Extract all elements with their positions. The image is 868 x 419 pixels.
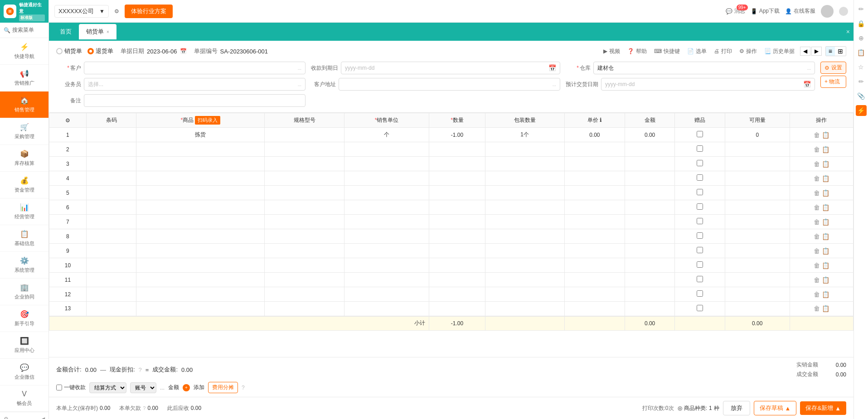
row-delete-btn[interactable]: 🗑: [814, 233, 820, 240]
radio-sales[interactable]: 销货单: [56, 47, 82, 55]
right-panel-star[interactable]: ☆: [856, 62, 867, 72]
sidebar-item-enterprise[interactable]: 🏢 企业协同: [0, 279, 48, 305]
sidebar-item-shortcuts[interactable]: ⚡ 快捷导航: [0, 38, 48, 65]
user-avatar-2[interactable]: [839, 7, 848, 16]
row-copy-btn[interactable]: 📋: [822, 291, 829, 298]
select-order-btn[interactable]: 📄 选单: [685, 47, 708, 56]
addr-dots[interactable]: ...: [553, 82, 556, 87]
row-copy-btn[interactable]: 📋: [822, 262, 829, 269]
row-copy-btn[interactable]: 📋: [822, 175, 829, 182]
row-copy-btn[interactable]: 📋: [822, 233, 829, 240]
operation-btn[interactable]: ⚙ 操作: [737, 47, 759, 56]
row-delete-btn[interactable]: 🗑: [814, 160, 820, 168]
sidebar-item-member[interactable]: V 畅会员: [0, 385, 48, 412]
row-delete-btn[interactable]: 🗑: [814, 204, 820, 211]
col-settings[interactable]: ⚙: [49, 113, 87, 128]
warehouse-input[interactable]: 建材仓 ...: [593, 62, 815, 74]
sidebar-item-marketing[interactable]: 📢 营销推广: [0, 65, 48, 92]
settings-btn[interactable]: ⚙: [112, 6, 121, 16]
row-delete-btn[interactable]: 🗑: [814, 131, 820, 139]
tab-home[interactable]: 首页: [53, 24, 79, 39]
help-btn[interactable]: ❓ 帮助: [626, 47, 649, 56]
save-new-btn[interactable]: 保存&新增 ▲: [800, 401, 846, 415]
sidebar-item-guide[interactable]: 🎯 新手引导: [0, 305, 48, 332]
message-btn[interactable]: 💬 消息 99+: [726, 7, 745, 15]
save-draft-btn[interactable]: 保存草稿 ▲: [754, 401, 797, 415]
sidebar-item-apps[interactable]: 🔲 应用中心: [0, 332, 48, 359]
warehouse-dots[interactable]: ...: [807, 66, 811, 71]
shortcut-btn[interactable]: ⌨ 快捷键: [652, 47, 682, 56]
row-copy-btn[interactable]: 📋: [822, 247, 829, 255]
customer-addr-input[interactable]: ...: [339, 78, 560, 91]
row-delete-btn[interactable]: 🗑: [814, 247, 820, 255]
save-new-dropdown-icon[interactable]: ▲: [835, 405, 841, 412]
tab-bar-close[interactable]: ×: [846, 28, 850, 35]
discount-help-icon[interactable]: ?: [139, 366, 142, 373]
row-copy-btn[interactable]: 📋: [822, 160, 829, 168]
one-click-checkbox[interactable]: [56, 385, 62, 390]
row-copy-btn[interactable]: 📋: [822, 305, 829, 312]
company-select[interactable]: XXXXXX公司 ▼: [54, 5, 109, 18]
expected-date-icon[interactable]: 📅: [803, 81, 811, 88]
logistics-btn[interactable]: + 物流: [820, 76, 846, 88]
right-panel-copy[interactable]: 📋: [856, 47, 867, 58]
view-grid-btn[interactable]: ⊞: [835, 47, 846, 56]
view-list-btn[interactable]: ≡: [826, 47, 835, 56]
payment-account-select[interactable]: 账号: [130, 382, 156, 393]
discard-btn[interactable]: 放弃: [723, 401, 750, 415]
sidebar-item-system[interactable]: ⚙️ 系统管理: [0, 252, 48, 279]
settings-icon[interactable]: ⚙: [4, 416, 9, 419]
right-panel-attach[interactable]: 📎: [856, 91, 867, 101]
collapse-icon[interactable]: ◀: [41, 416, 45, 419]
payment-method-select[interactable]: 结算方式: [89, 382, 126, 393]
product-type-info[interactable]: ◎ 商品种类: 1 种: [678, 405, 719, 412]
right-panel-orange[interactable]: ⚡: [856, 105, 867, 116]
scan-btn[interactable]: 扫码录入: [195, 116, 220, 125]
tab-sales-order[interactable]: 销货单 ×: [79, 24, 116, 39]
right-panel-pen[interactable]: ✏: [856, 76, 867, 87]
row-copy-btn[interactable]: 📋: [822, 146, 829, 153]
sidebar-item-finance[interactable]: 💰 资金管理: [0, 172, 48, 198]
row-delete-btn[interactable]: 🗑: [814, 175, 820, 182]
date-icon[interactable]: 📅: [548, 64, 556, 72]
right-panel-edit[interactable]: ✏: [856, 4, 867, 14]
sidebar-item-operation[interactable]: 📊 经营管理: [0, 198, 48, 225]
radio-return[interactable]: 退货单: [87, 47, 113, 55]
row-delete-btn[interactable]: 🗑: [814, 262, 820, 269]
tab-close-icon[interactable]: ×: [107, 29, 109, 34]
app-download-btn[interactable]: 📱 App下载: [751, 7, 780, 15]
due-date-input[interactable]: yyyy-mm-dd 📅: [341, 62, 560, 74]
row-copy-btn[interactable]: 📋: [822, 276, 829, 284]
draft-dropdown-icon[interactable]: ▲: [785, 405, 791, 412]
sidebar-item-basic[interactable]: 📋 基础信息: [0, 225, 48, 252]
debt-help-icon[interactable]: ?: [143, 405, 145, 411]
history-prev[interactable]: ◀: [800, 47, 810, 56]
user-avatar[interactable]: [821, 5, 834, 18]
one-click-payment[interactable]: 一键收款: [56, 384, 86, 391]
row-delete-btn[interactable]: 🗑: [814, 218, 820, 226]
row-delete-btn[interactable]: 🗑: [814, 291, 820, 298]
row-delete-btn[interactable]: 🗑: [814, 276, 820, 284]
expense-help-icon[interactable]: ?: [242, 385, 245, 391]
sidebar-item-inventory[interactable]: 📦 库存核算: [0, 145, 48, 172]
trial-button[interactable]: 体验行业方案: [125, 5, 173, 18]
row-copy-btn[interactable]: 📋: [822, 131, 829, 139]
print-btn[interactable]: 🖨 打印: [712, 47, 734, 56]
sidebar-item-purchase[interactable]: 🛒 采购管理: [0, 118, 48, 145]
row-copy-btn[interactable]: 📋: [822, 189, 829, 197]
right-panel-add[interactable]: ⊕: [856, 33, 867, 43]
row-copy-btn[interactable]: 📋: [822, 218, 829, 226]
row-delete-btn[interactable]: 🗑: [814, 305, 820, 312]
sidebar-search[interactable]: 🔍 搜索菜单: [0, 23, 48, 38]
row-copy-btn[interactable]: 📋: [822, 204, 829, 211]
remark-input[interactable]: [84, 94, 305, 107]
customer-input[interactable]: ...: [84, 62, 305, 74]
settings-form-btn[interactable]: ⚙ 设置: [820, 62, 846, 74]
online-service-btn[interactable]: 👤 在线客服: [785, 7, 815, 15]
right-panel-lock[interactable]: 🔒: [856, 18, 867, 29]
sidebar-item-sales[interactable]: 🏠 销售管理: [0, 92, 48, 118]
video-btn[interactable]: ▶ 视频: [601, 47, 622, 56]
history-btn[interactable]: 📃 历史单据: [762, 47, 796, 56]
expected-date-input[interactable]: yyyy-mm-dd 📅: [601, 78, 815, 91]
salesperson-input[interactable]: 选择... ...: [84, 78, 305, 91]
